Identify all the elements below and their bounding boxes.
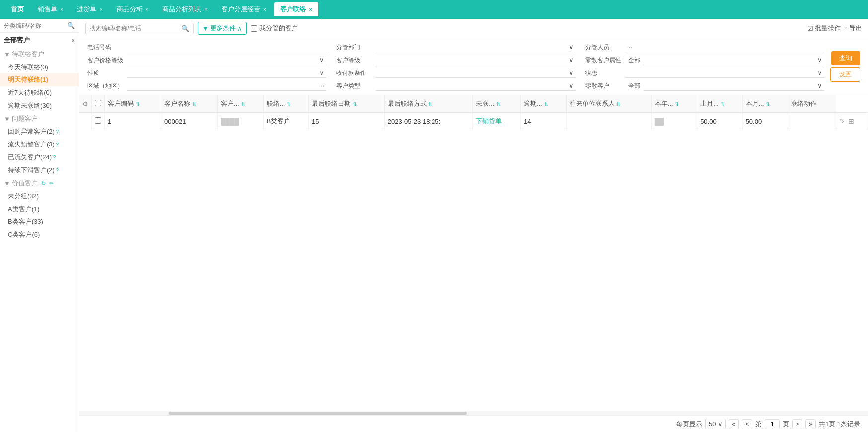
- dept-label: 分管部门: [336, 43, 376, 52]
- nav-item-customer-contact[interactable]: 客户联络 ×: [274, 2, 318, 16]
- batch-operation-button[interactable]: ☑ 批量操作: [807, 24, 841, 33]
- nav-item-product-analysis-list[interactable]: 商品分析列表 ×: [156, 2, 213, 16]
- first-page-button[interactable]: «: [729, 419, 739, 429]
- action-icons: ✎ ⊞: [839, 117, 865, 125]
- sidebar-item-churned[interactable]: 已流失客户(24) ?: [0, 151, 79, 164]
- sidebar-item-type-c[interactable]: C类客户(6): [0, 228, 79, 241]
- sidebar-search-icon[interactable]: 🔍: [67, 22, 75, 29]
- sidebar-item-repurchase[interactable]: 回购异常客户(2) ?: [0, 125, 79, 138]
- toolbar: 🔍 ▼ 更多条件 ∧ 我分管的客户 ☑ 批量操作 ↑ 导出: [79, 19, 868, 38]
- nature-label: 性质: [87, 69, 127, 77]
- sidebar-item-overdue[interactable]: 逾期未联络(30): [0, 99, 79, 112]
- page-number-input[interactable]: [765, 419, 780, 429]
- page-label: 第: [755, 420, 762, 429]
- sidebar-collapse-icon[interactable]: «: [72, 37, 75, 44]
- sidebar-item-ungrouped[interactable]: 未分组(32): [0, 190, 79, 203]
- payment-select[interactable]: ∨: [376, 68, 575, 78]
- horizontal-scrollbar[interactable]: [79, 411, 868, 415]
- row-uncontacted: 14: [521, 113, 566, 130]
- dept-select[interactable]: ∨: [376, 42, 575, 52]
- more-filters-button[interactable]: ▼ 更多条件 ∧: [198, 22, 247, 35]
- nav-item-product-analysis[interactable]: 商品分析 ×: [111, 2, 154, 16]
- col-contact-person[interactable]: 往来单位联系人 ⇅: [566, 95, 651, 113]
- last-method-link[interactable]: 下销货单: [476, 117, 502, 125]
- price-grade-select[interactable]: ∨: [127, 55, 326, 65]
- person-dots[interactable]: ···: [625, 43, 824, 52]
- customer-grade-chevron: ∨: [569, 56, 574, 64]
- main-search-icon[interactable]: 🔍: [181, 25, 189, 32]
- col-overdue[interactable]: 逾期... ⇅: [521, 95, 566, 113]
- filter-row-3: 性质 ∨ 收付款条件 ∨: [87, 68, 824, 78]
- close-product-analysis-tab[interactable]: ×: [145, 6, 148, 12]
- grid-action-icon[interactable]: ⊞: [848, 117, 854, 125]
- nav-item-sales[interactable]: 销售单 ×: [32, 2, 69, 16]
- close-product-analysis-list-tab[interactable]: ×: [204, 6, 207, 12]
- settings-button[interactable]: 设置: [830, 67, 860, 82]
- nav-item-customer-tier[interactable]: 客户分层经营 ×: [216, 2, 272, 16]
- sidebar-item-declining[interactable]: 持续下滑客户(2) ?: [0, 164, 79, 177]
- col-this-month[interactable]: 本月... ⇅: [742, 95, 788, 113]
- close-purchase-tab[interactable]: ×: [99, 6, 102, 12]
- col-customer-name[interactable]: 客户名称 ⇅: [161, 95, 218, 113]
- help-icon-repurchase: ?: [56, 129, 59, 135]
- row-checkbox[interactable]: [92, 113, 105, 130]
- gear-icon[interactable]: ⚙: [82, 100, 88, 108]
- page-size-select[interactable]: 50 ∨: [705, 419, 725, 429]
- phone-input[interactable]: [127, 43, 326, 52]
- status-chevron: ∨: [817, 69, 822, 76]
- contact-action-icon[interactable]: ✎: [839, 117, 845, 125]
- sidebar-search-box[interactable]: 🔍: [0, 19, 79, 33]
- row-select-checkbox[interactable]: [95, 117, 101, 124]
- region-dots[interactable]: ···: [127, 81, 326, 91]
- close-customer-contact-tab[interactable]: ×: [309, 6, 312, 12]
- sidebar-search-input[interactable]: [4, 22, 65, 29]
- col-last-contact-method[interactable]: 最后联络方式 ⇅: [384, 95, 473, 113]
- retail-customer-select[interactable]: ∨: [643, 81, 824, 91]
- export-button[interactable]: ↑ 导出: [845, 24, 863, 33]
- col-customer-type-col[interactable]: 客户... ⇅: [218, 95, 263, 113]
- nav-item-home[interactable]: 首页: [5, 2, 30, 16]
- filter-label: 更多条件: [210, 24, 236, 33]
- main-search-box[interactable]: 🔍: [85, 23, 194, 34]
- sidebar-item-churn-warning[interactable]: 流失预警客户(3) ?: [0, 138, 79, 151]
- col-last-month[interactable]: 上月... ⇅: [697, 95, 742, 113]
- col-gear[interactable]: ⚙: [79, 95, 92, 113]
- nav-item-purchase[interactable]: 进货单 ×: [71, 2, 108, 16]
- prev-page-button[interactable]: <: [742, 419, 752, 429]
- filter-field-nature: 性质 ∨: [87, 68, 326, 78]
- customer-type-select[interactable]: ∨: [376, 81, 575, 91]
- col-contact-count[interactable]: 联络... ⇅: [263, 95, 308, 113]
- col-checkbox[interactable]: [92, 95, 105, 113]
- refresh-icon[interactable]: ↻: [41, 180, 46, 187]
- payment-label: 收付款条件: [336, 69, 376, 77]
- main-search-input[interactable]: [90, 25, 179, 32]
- col-uncontacted[interactable]: 未联... ⇅: [473, 95, 521, 113]
- col-this-year[interactable]: 本年... ⇅: [651, 95, 697, 113]
- query-button[interactable]: 查询: [831, 51, 860, 65]
- close-sales-tab[interactable]: ×: [60, 6, 63, 12]
- content-area: 🔍 ▼ 更多条件 ∧ 我分管的客户 ☑ 批量操作 ↑ 导出: [79, 19, 868, 432]
- retail-attr-value: 全部: [625, 56, 643, 65]
- nature-select[interactable]: ∨: [127, 68, 326, 78]
- sidebar-item-type-b[interactable]: B类客户(33): [0, 216, 79, 228]
- col-last-contact-date[interactable]: 最后联络日期 ⇅: [309, 95, 385, 113]
- status-select[interactable]: ∨: [625, 68, 824, 78]
- sidebar-item-type-a[interactable]: A类客户(1): [0, 203, 79, 216]
- customer-grade-label: 客户等级: [336, 56, 376, 65]
- close-customer-tier-tab[interactable]: ×: [263, 6, 266, 12]
- dept-chevron: ∨: [569, 43, 574, 51]
- last-page-button[interactable]: »: [805, 419, 816, 429]
- retail-attr-select[interactable]: ∨: [643, 55, 824, 65]
- my-customers-checkbox-input[interactable]: [251, 25, 257, 32]
- edit-icon-value[interactable]: ✏: [49, 180, 54, 187]
- scrollbar-thumb[interactable]: [169, 412, 467, 415]
- sidebar-item-today[interactable]: 今天待联络(0): [0, 61, 79, 73]
- col-customer-code[interactable]: 客户编码 ⇅: [105, 95, 161, 113]
- my-customers-checkbox[interactable]: 我分管的客户: [251, 24, 298, 33]
- sidebar-item-week[interactable]: 近7天待联络(0): [0, 86, 79, 99]
- customer-grade-select[interactable]: ∨: [376, 55, 575, 65]
- next-page-button[interactable]: >: [792, 419, 802, 429]
- sidebar-item-tomorrow[interactable]: 明天待联络(1): [0, 73, 79, 86]
- sidebar-all-customers[interactable]: 全部客户 «: [0, 33, 79, 48]
- select-all-checkbox[interactable]: [95, 100, 101, 106]
